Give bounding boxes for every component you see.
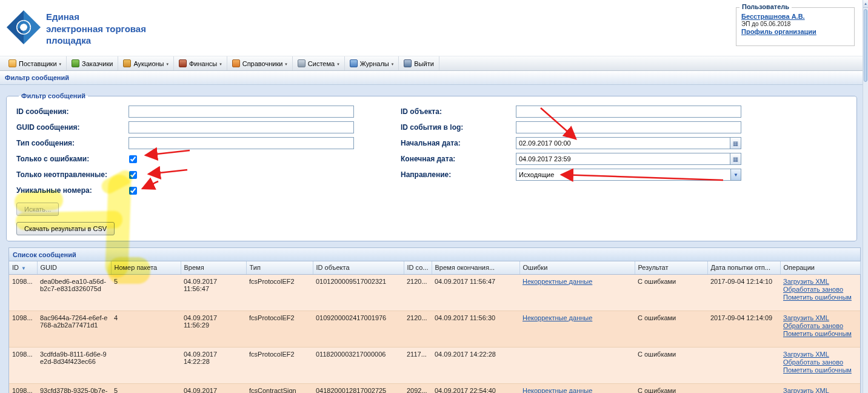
chevron-down-icon: ▾ [59, 62, 62, 67]
column-header[interactable]: Ошибки [519, 261, 635, 274]
cell-packet [111, 347, 181, 383]
start-date-calendar-button[interactable]: ▦ [730, 137, 741, 149]
filter-row: Начальная дата:▦ [401, 136, 776, 150]
start-date-input[interactable] [516, 137, 730, 149]
error-details-link[interactable]: Некорректные данные [522, 387, 592, 393]
cell-end-time: 04.09.2017 22:54:40 [432, 383, 519, 393]
operation-link[interactable]: Обработать заново [783, 286, 857, 293]
table-row: 1098...3cdfda9b-8111-6d6e-9e2d-8d34f423e… [9, 347, 860, 383]
user-name-link[interactable]: Бесстрашнова А.В. [741, 13, 849, 20]
menu-item-label: Справочники [242, 60, 283, 67]
column-header[interactable]: ID▼ [9, 261, 37, 274]
column-header[interactable]: Дата попытки отп... [707, 261, 780, 274]
cell-object-id: 0118200003217000006 [313, 347, 404, 383]
object-id-input[interactable] [516, 106, 741, 118]
direction-select[interactable]: Исходящие▼ [516, 169, 741, 181]
menu-item-directories[interactable]: Справочники▾ [227, 56, 293, 70]
column-header[interactable]: Результат [635, 261, 707, 274]
download-csv-button[interactable]: Скачать результаты в CSV [16, 222, 115, 235]
operation-link[interactable]: Пометить ошибочным [783, 366, 857, 374]
message-id-label: ID сообщения: [16, 107, 129, 116]
menu-item-system[interactable]: Система▾ [293, 56, 345, 70]
results-panel: Список сообщений ID▼GUIDНомер пакетаВрем… [8, 247, 861, 393]
cell-operations: Загрузить XMLОбработать зановоПометить о… [780, 347, 860, 383]
message-guid-input[interactable] [129, 121, 354, 133]
certificate-info: ЭП до 05.06.2018 [741, 21, 849, 27]
vertical-scrollbar[interactable]: ▲ [863, 0, 868, 393]
chevron-down-icon[interactable]: ▼ [730, 169, 741, 180]
start-date-label: Начальная дата: [401, 139, 516, 147]
cell-event-id: 2120... [404, 274, 432, 311]
filter-row: Направление:Исходящие▼ [401, 167, 776, 182]
column-header[interactable]: ID со... [404, 261, 432, 274]
cell-id: 1098... [9, 347, 37, 383]
log-event-id-label: ID события в log: [401, 123, 516, 132]
only-unsent-checkbox[interactable] [129, 171, 137, 179]
column-header[interactable]: Операции [780, 261, 860, 274]
cell-event-id: 2092... [404, 383, 432, 393]
cell-end-time: 04.09.2017 11:56:47 [432, 274, 519, 311]
column-header-label: ID со... [407, 264, 429, 271]
etp-logo-icon [5, 8, 42, 47]
scroll-up-icon[interactable]: ▲ [863, 0, 868, 8]
menu-item-auctions[interactable]: Аукционы▾ [118, 56, 174, 70]
top-header: Единая электронная торговая площадка Пол… [0, 0, 868, 56]
menu-item-label: Аукционы [133, 60, 164, 67]
operation-link[interactable]: Загрузить XML [783, 314, 857, 321]
search-button[interactable]: Искать... [16, 203, 59, 216]
log-event-id-input[interactable] [516, 121, 741, 133]
message-type-input[interactable] [129, 137, 354, 149]
messages-table: ID▼GUIDНомер пакетаВремяТипID объектаID … [9, 261, 861, 393]
menu-item-customers[interactable]: Заказчики [67, 56, 118, 70]
system-icon [298, 59, 305, 67]
operation-link[interactable]: Обработать заново [783, 322, 857, 329]
menu-item-finance[interactable]: Финансы▾ [174, 56, 227, 70]
finance-icon [179, 59, 187, 67]
column-header[interactable]: GUID [37, 261, 111, 274]
operation-link[interactable]: Пометить ошибочным [783, 330, 857, 337]
unique-numbers-checkbox[interactable] [129, 187, 137, 195]
message-type-label: Тип сообщения: [16, 139, 129, 147]
org-profile-link[interactable]: Профиль организации [741, 28, 849, 35]
cell-object-id: 0109200002417001976 [313, 311, 404, 347]
menu-item-exit[interactable]: Выйти [399, 56, 439, 70]
column-header[interactable]: Время [181, 261, 246, 274]
column-header-label: Время [184, 264, 204, 271]
cell-event-id: 2117... [404, 347, 432, 383]
cell-time: 04.09.2017 14:22:28 [181, 347, 246, 383]
filter-panel: Фильтр сообщений ID сообщения:GUID сообщ… [6, 92, 857, 241]
operation-link[interactable]: Загрузить XML [783, 278, 857, 285]
message-guid-label: GUID сообщения: [16, 123, 129, 132]
column-header[interactable]: Время окончания... [432, 261, 519, 274]
cell-attempt-date [707, 347, 780, 383]
end-date-calendar-button[interactable]: ▦ [730, 153, 741, 165]
cell-operations: Загрузить XMLОбработать зановоПометить о… [780, 311, 860, 347]
filter-right-column: ID объекта:ID события в log:Начальная да… [401, 104, 776, 199]
error-details-link[interactable]: Некорректные данные [522, 278, 592, 285]
menu-item-label: Финансы [189, 60, 217, 67]
filter-row: Уникальные номера: [16, 183, 392, 198]
column-header[interactable]: Номер пакета [111, 261, 181, 274]
journals-icon [350, 59, 358, 67]
page-title-bar: Фильтр сообщений [0, 71, 868, 85]
column-header[interactable]: Тип [246, 261, 313, 274]
cell-guid: 93cfd378b-9325-0b7e-8d1f... [37, 383, 111, 393]
content: Фильтр сообщений ID сообщения:GUID сообщ… [0, 85, 868, 393]
scrollbar-thumb[interactable] [864, 9, 867, 82]
message-id-input[interactable] [129, 106, 354, 118]
cell-packet: 5 [111, 383, 181, 393]
operation-link[interactable]: Загрузить XML [783, 387, 857, 393]
column-header[interactable]: ID объекта [313, 261, 404, 274]
menu-item-journals[interactable]: Журналы▾ [345, 56, 399, 70]
operation-link[interactable]: Обработать заново [783, 358, 857, 366]
filter-row: Только с ошибками: [16, 152, 392, 166]
end-date-input[interactable] [516, 153, 730, 165]
operation-link[interactable]: Пометить ошибочным [783, 294, 857, 301]
only-errors-checkbox[interactable] [129, 155, 137, 163]
column-header-label: Время окончания... [435, 264, 495, 271]
menu-item-suppliers[interactable]: Поставщики▾ [4, 56, 67, 70]
operation-link[interactable]: Загрузить XML [783, 351, 857, 358]
error-details-link[interactable]: Некорректные данные [522, 314, 592, 321]
customers-icon [72, 59, 79, 67]
suppliers-icon [8, 59, 16, 67]
